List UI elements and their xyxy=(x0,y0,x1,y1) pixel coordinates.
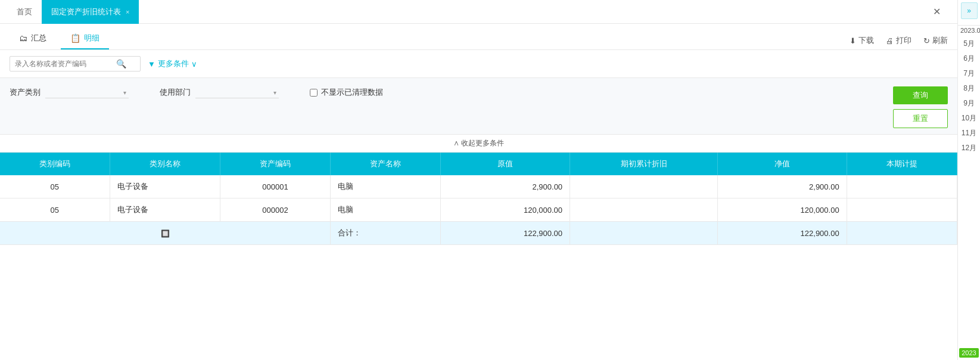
cell-original: 2,900.00 xyxy=(441,175,570,198)
cell-category-code: 05 xyxy=(0,175,110,198)
home-nav[interactable]: 首页 xyxy=(7,7,42,17)
summary-icon: 🗂 xyxy=(19,33,27,43)
asset-category-filter: 资产类别 ▾ xyxy=(10,86,129,98)
tab-detail-label: 明细 xyxy=(84,33,99,44)
asset-category-select[interactable] xyxy=(45,86,129,98)
more-conditions-button[interactable]: ▼ 更多条件 ∨ xyxy=(148,58,197,69)
download-icon: ⬇ xyxy=(850,36,856,45)
collapse-label: 收起更多条件 xyxy=(461,139,504,147)
search-icon[interactable]: 🔍 xyxy=(116,59,126,69)
collapse-bar[interactable]: ∧ 收起更多条件 xyxy=(0,135,957,153)
active-tab[interactable]: 固定资产折旧统计表 × xyxy=(42,0,139,24)
tab-summary[interactable]: 🗂 汇总 xyxy=(10,28,56,49)
table-row: 05 电子设备 000001 电脑 2,900.00 2,900.00 xyxy=(0,175,957,198)
total-current-depr xyxy=(847,222,957,245)
reset-button[interactable]: 重置 xyxy=(893,109,948,128)
cell-category-code: 05 xyxy=(0,198,110,222)
cell-asset-code: 000001 xyxy=(220,175,330,198)
total-net-value: 122,900.00 xyxy=(717,222,847,245)
sidebar-month-item[interactable]: 6月 xyxy=(960,51,978,66)
sub-tabs-bar: 🗂 汇总 📋 明细 ⬇ 下载 🖨 打印 ↻ 刷新 xyxy=(0,24,957,50)
detail-icon: 📋 xyxy=(70,33,80,43)
cell-asset-code: 000002 xyxy=(220,198,330,222)
department-filter: 使用部门 ▾ xyxy=(160,86,279,98)
search-input[interactable] xyxy=(15,60,116,68)
cell-category-name: 电子设备 xyxy=(110,198,220,222)
search-input-wrap[interactable]: 🔍 xyxy=(10,56,141,72)
total-row: 🔲 合计： 122,900.00 122,900.00 xyxy=(0,222,957,245)
sidebar-month-item[interactable]: 5月 xyxy=(960,36,978,51)
col-current-depr: 本期计提 xyxy=(847,153,957,175)
main-table: 类别编码 类别名称 资产编码 资产名称 原值 期初累计折旧 净值 本期计提 05… xyxy=(0,153,957,245)
cell-asset-name: 电脑 xyxy=(331,175,441,198)
department-select[interactable] xyxy=(195,86,279,98)
expand-icon: » xyxy=(967,7,971,15)
chevron-down-icon: ∨ xyxy=(191,60,197,69)
sidebar-month-item[interactable]: 8月 xyxy=(960,81,978,96)
cell-net-value: 2,900.00 xyxy=(717,175,847,198)
filter-actions: 查询 重置 xyxy=(893,86,948,128)
print-label: 打印 xyxy=(896,35,911,46)
sidebar-month-item[interactable]: 11月 xyxy=(960,126,978,141)
tab-summary-label: 汇总 xyxy=(31,33,46,44)
table-header-row: 类别编码 类别名称 资产编码 资产名称 原值 期初累计折旧 净值 本期计提 xyxy=(0,153,957,175)
total-accum-depr xyxy=(570,222,718,245)
sidebar-year-badge: 2023 xyxy=(959,348,978,358)
exclude-cleared-item: 不显示已清理数据 xyxy=(310,87,383,98)
asset-category-label: 资产类别 xyxy=(10,87,41,98)
cell-current-depr xyxy=(847,175,957,198)
sidebar-expand-button[interactable]: » xyxy=(961,2,978,19)
exclude-cleared-label: 不显示已清理数据 xyxy=(321,87,383,98)
col-category-code: 类别编码 xyxy=(0,153,110,175)
col-category-name: 类别名称 xyxy=(110,153,220,175)
right-sidebar: » 2023.01 5月6月7月8月9月10月11月12月 2023 xyxy=(957,0,980,360)
sidebar-month-item[interactable]: 7月 xyxy=(960,66,978,81)
asset-category-select-wrap[interactable]: ▾ xyxy=(45,86,129,98)
cell-current-depr xyxy=(847,198,957,222)
total-label: 合计： xyxy=(331,222,441,245)
refresh-icon: ↻ xyxy=(923,36,930,45)
col-original: 原值 xyxy=(441,153,570,175)
refresh-button[interactable]: ↻ 刷新 xyxy=(923,35,948,46)
department-select-wrap[interactable]: ▾ xyxy=(195,86,279,98)
col-asset-code: 资产编码 xyxy=(220,153,330,175)
col-accum-depr: 期初累计折旧 xyxy=(570,153,718,175)
download-button[interactable]: ⬇ 下载 xyxy=(850,35,874,46)
download-label: 下载 xyxy=(858,35,874,46)
sidebar-month-item[interactable]: 10月 xyxy=(960,111,978,126)
exclude-cleared-checkbox[interactable] xyxy=(310,89,318,97)
refresh-label: 刷新 xyxy=(932,35,948,46)
filter-row-1: 资产类别 ▾ 使用部门 ▾ 不显示已清理数 xyxy=(10,86,383,98)
cell-accum-depr xyxy=(570,198,718,222)
expanded-filter: 资产类别 ▾ 使用部门 ▾ 不显示已清理数 xyxy=(0,78,957,135)
tab-detail[interactable]: 📋 明细 xyxy=(61,28,109,49)
print-button[interactable]: 🖨 打印 xyxy=(886,35,911,46)
top-nav: 首页 固定资产折旧统计表 × ✕ xyxy=(0,0,957,24)
filter-bar: 🔍 ▼ 更多条件 ∨ xyxy=(0,50,957,78)
sidebar-months: 5月6月7月8月9月10月11月12月 xyxy=(960,36,978,156)
sidebar-date-label: 2023.01 xyxy=(958,25,980,35)
sidebar-month-item[interactable]: 12月 xyxy=(960,141,978,156)
more-conditions-label: 更多条件 xyxy=(158,58,189,69)
col-net-value: 净值 xyxy=(717,153,847,175)
window-close-button[interactable]: ✕ xyxy=(923,6,950,17)
tab-close-icon[interactable]: × xyxy=(126,8,129,15)
total-original: 122,900.00 xyxy=(441,222,570,245)
sidebar-month-item[interactable]: 9月 xyxy=(960,96,978,111)
filter-icon: ▼ xyxy=(148,60,155,69)
collapse-icon: ∧ xyxy=(453,139,461,147)
col-asset-name: 资产名称 xyxy=(331,153,441,175)
toolbar-right: ⬇ 下载 🖨 打印 ↻ 刷新 xyxy=(850,35,948,49)
cell-category-name: 电子设备 xyxy=(110,175,220,198)
query-button[interactable]: 查询 xyxy=(893,86,948,104)
department-label: 使用部门 xyxy=(160,87,191,98)
total-icon: 🔲 xyxy=(0,222,331,245)
cell-original: 120,000.00 xyxy=(441,198,570,222)
cell-accum-depr xyxy=(570,175,718,198)
cell-asset-name: 电脑 xyxy=(331,198,441,222)
print-icon: 🖨 xyxy=(886,36,894,45)
tab-label: 固定资产折旧统计表 xyxy=(51,7,121,17)
table-container: 类别编码 类别名称 资产编码 资产名称 原值 期初累计折旧 净值 本期计提 05… xyxy=(0,153,957,360)
cell-net-value: 120,000.00 xyxy=(717,198,847,222)
table-row: 05 电子设备 000002 电脑 120,000.00 120,000.00 xyxy=(0,198,957,222)
